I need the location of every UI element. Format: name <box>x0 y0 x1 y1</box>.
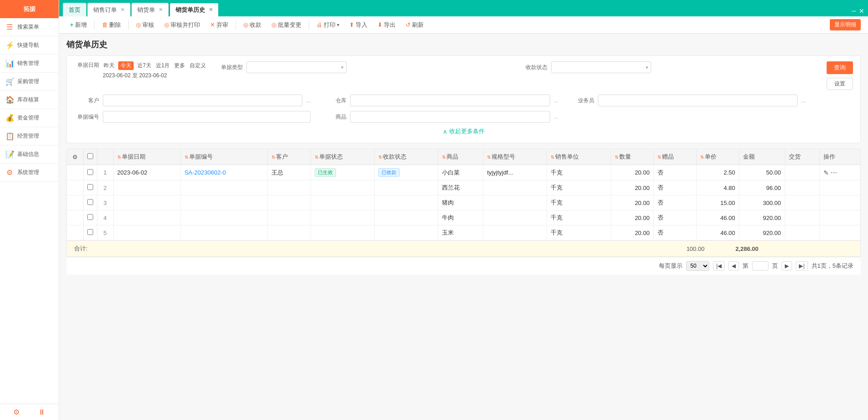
col-quantity[interactable]: ⇅数量 <box>611 149 653 165</box>
date-tab-yesterday[interactable]: 昨天 <box>103 62 115 70</box>
date-tab-today[interactable]: 今天 <box>118 61 134 70</box>
cell-doc-no[interactable]: SA-20230602-0 <box>181 165 268 180</box>
window-close[interactable]: ✕ <box>859 7 864 15</box>
cell-check[interactable] <box>83 225 97 240</box>
cell-doc-no[interactable] <box>181 225 268 240</box>
sidebar-item-basic-info[interactable]: 📝 基础信息 <box>0 145 59 164</box>
goods-ellipsis[interactable]: ... <box>554 114 558 120</box>
col-sales-unit[interactable]: ⇅销售单位 <box>547 149 611 165</box>
customer-input[interactable] <box>103 95 302 106</box>
collect-status-select[interactable] <box>551 61 651 73</box>
col-unit-price[interactable]: ⇅单价 <box>696 149 739 165</box>
tab-sales-history-close[interactable]: ✕ <box>209 7 213 13</box>
goods-input[interactable] <box>350 111 550 123</box>
tab-sales-delivery-close[interactable]: ✕ <box>159 7 163 13</box>
tab-sales-history[interactable]: 销货单历史 ✕ <box>170 3 219 16</box>
doc-no-link[interactable]: SA-20230602-0 <box>185 169 226 176</box>
prev-page-btn[interactable]: ◀ <box>728 261 739 270</box>
sidebar-bottom-icon-2[interactable]: ⏸ <box>38 408 45 416</box>
sidebar-item-finance[interactable]: 💰 资金管理 <box>0 109 59 127</box>
sidebar-item-sales-mgmt[interactable]: 📊 销售管理 <box>0 55 59 73</box>
row-checkbox[interactable] <box>87 214 93 220</box>
col-doc-status[interactable]: ⇅单据状态 <box>311 149 374 165</box>
row-checkbox[interactable] <box>87 229 93 235</box>
row-checkbox[interactable] <box>87 199 93 205</box>
add-button[interactable]: + 新增 <box>66 20 90 30</box>
warehouse-ellipsis[interactable]: ... <box>554 97 558 104</box>
sidebar-item-ops[interactable]: 📋 经营管理 <box>0 127 59 145</box>
next-page-btn[interactable]: ▶ <box>782 261 792 270</box>
cell-check[interactable] <box>83 165 97 180</box>
cell-doc-no[interactable] <box>181 210 268 225</box>
date-tab-1month[interactable]: 近1月 <box>155 62 171 70</box>
tab-sales-order-close[interactable]: ✕ <box>120 7 125 13</box>
review-button[interactable]: ◎ 审核 <box>132 20 158 30</box>
date-tab-more[interactable]: 更多 <box>173 62 186 70</box>
row-checkbox[interactable] <box>87 169 93 175</box>
cell-check[interactable] <box>83 210 97 225</box>
doc-type-select[interactable] <box>246 61 346 73</box>
select-all-checkbox[interactable] <box>87 153 93 159</box>
cell-check[interactable] <box>83 195 97 210</box>
cell-amount: 300.00 <box>739 195 785 210</box>
delete-button[interactable]: 🗑 删除 <box>98 20 125 30</box>
show-detail-button[interactable]: 显示明细 <box>830 19 861 30</box>
tab-home[interactable]: 首页 <box>63 3 86 16</box>
batch-change-button[interactable]: ◎ 批量变更 <box>268 20 305 30</box>
review-print-button[interactable]: ◎ 审核并打印 <box>161 20 204 30</box>
refresh-button[interactable]: ↺ 刷新 <box>402 20 427 30</box>
date-tab-custom[interactable]: 自定义 <box>189 62 207 70</box>
tab-sales-delivery[interactable]: 销货单 ✕ <box>131 3 169 16</box>
setting-button[interactable]: 设置 <box>827 78 853 90</box>
more-action-icon[interactable]: ⋯ <box>831 169 837 176</box>
row-checkbox[interactable] <box>87 184 93 190</box>
sidebar-bottom-icon-1[interactable]: ⚙ <box>13 408 20 416</box>
sidebar-item-system-mgmt[interactable]: ⚙ 系统管理 <box>0 164 59 182</box>
tab-sales-order[interactable]: 销售订单 ✕ <box>87 3 130 16</box>
import-button[interactable]: ⬆ 导入 <box>346 20 371 30</box>
cell-action <box>819 210 860 225</box>
sidebar-item-purchase-mgmt[interactable]: 🛒 采购管理 <box>0 73 59 91</box>
export-button[interactable]: ⬇ 导出 <box>374 20 399 30</box>
first-page-btn[interactable]: |◀ <box>713 261 725 270</box>
salesman-ellipsis[interactable]: ... <box>801 97 806 104</box>
col-goods[interactable]: ⇅商品 <box>438 149 483 165</box>
cell-doc-no[interactable] <box>181 180 268 195</box>
col-gift[interactable]: ⇅赠品 <box>653 149 696 165</box>
sidebar-item-inventory[interactable]: 🏠 库存核算 <box>0 91 59 109</box>
table-footer: 合计: 100.00 2,286.00 <box>67 240 860 256</box>
col-doc-no[interactable]: ⇅单据编号 <box>181 149 268 165</box>
sidebar-item-search-menu[interactable]: ☰ 搜索菜单 <box>0 18 59 36</box>
last-page-btn[interactable]: ▶| <box>796 261 808 270</box>
print-button[interactable]: 🖨 打印 ▾ <box>313 20 343 30</box>
col-collect-status[interactable]: ⇅收款状态 <box>374 149 438 165</box>
goods-label: 商品 <box>321 113 346 121</box>
page-input[interactable]: 1 <box>752 261 768 270</box>
abandon-button[interactable]: ✕ 弃审 <box>206 20 232 30</box>
cell-check[interactable] <box>83 180 97 195</box>
cell-doc-no[interactable] <box>181 195 268 210</box>
collapse-filter-btn[interactable]: ∧ 收起更多条件 <box>74 125 853 137</box>
salesman-input[interactable] <box>598 95 798 106</box>
date-tab-7days[interactable]: 近7天 <box>136 62 152 70</box>
cell-gear <box>67 210 83 225</box>
doc-no-input[interactable] <box>103 111 311 123</box>
customer-ellipsis[interactable]: ... <box>306 97 311 104</box>
col-action: 操作 <box>819 149 860 165</box>
col-gear[interactable]: ⚙ <box>67 149 83 165</box>
collect-status-badge: 已收款 <box>378 168 400 177</box>
cell-unit-price: 46.00 <box>696 210 739 225</box>
cell-sales-unit: 千克 <box>547 195 611 210</box>
warehouse-input[interactable] <box>350 95 550 106</box>
sidebar-item-quick-nav[interactable]: ⚡ 快捷导航 <box>0 36 59 55</box>
window-minimize[interactable]: ─ <box>852 7 856 15</box>
query-button[interactable]: 查询 <box>827 61 853 74</box>
col-customer[interactable]: ⇅客户 <box>268 149 311 165</box>
cell-quantity: 20.00 <box>611 165 653 180</box>
per-page-select[interactable]: 50 100 <box>686 261 709 271</box>
col-spec[interactable]: ⇅规格型号 <box>483 149 547 165</box>
edit-icon[interactable]: ✎ <box>823 169 829 176</box>
cell-spec <box>483 180 547 195</box>
collect-button[interactable]: ◎ 收款 <box>240 20 265 30</box>
col-doc-date[interactable]: ⇅单据日期 <box>113 149 181 165</box>
